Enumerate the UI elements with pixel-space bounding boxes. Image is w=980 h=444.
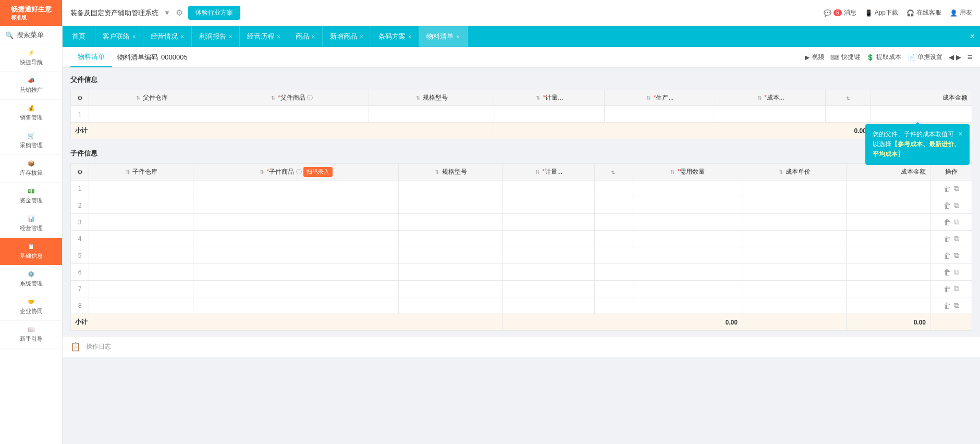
child-row-2-qty[interactable] bbox=[632, 197, 742, 214]
child-row-7-spec[interactable] bbox=[398, 281, 503, 297]
child-row-2-product[interactable] bbox=[193, 197, 398, 214]
prev-arrow[interactable]: ◀ bbox=[949, 53, 954, 61]
tab-history-close[interactable]: × bbox=[277, 33, 280, 40]
child-row-4-extra[interactable] bbox=[594, 231, 632, 247]
tab-profit[interactable]: 利润报告 × bbox=[192, 26, 240, 47]
delete-icon-6[interactable]: 🗑 bbox=[944, 268, 951, 277]
tab-bom-close[interactable]: × bbox=[456, 33, 459, 40]
child-row-6-product[interactable] bbox=[193, 264, 398, 281]
child-row-1-unit[interactable] bbox=[503, 181, 594, 197]
tab-operations-close[interactable]: × bbox=[180, 33, 183, 40]
toolbar-doc-settings[interactable]: 📄 单据设置 bbox=[908, 53, 942, 62]
child-row-7-amount[interactable] bbox=[846, 281, 930, 297]
tab-barcode[interactable]: 条码方案 × bbox=[371, 26, 419, 47]
child-row-1-warehouse[interactable] bbox=[89, 181, 193, 197]
child-row-2-extra[interactable] bbox=[594, 197, 632, 214]
child-row-6-warehouse[interactable] bbox=[89, 264, 193, 281]
child-row-8-warehouse[interactable] bbox=[89, 297, 193, 314]
child-row-8-unit-cost[interactable] bbox=[742, 297, 846, 314]
child-row-4-spec[interactable] bbox=[398, 231, 503, 247]
delete-icon-4[interactable]: 🗑 bbox=[944, 235, 951, 243]
child-row-8-spec[interactable] bbox=[398, 297, 503, 314]
sidebar-item-enterprise[interactable]: 🤝 企业协同 bbox=[0, 293, 62, 321]
child-row-7-qty[interactable] bbox=[632, 281, 742, 297]
delete-icon-1[interactable]: 🗑 bbox=[944, 185, 951, 193]
tooltip-close-btn[interactable]: × bbox=[959, 129, 962, 139]
parent-row-1-production[interactable] bbox=[604, 106, 715, 123]
child-info-icon[interactable]: ⓘ bbox=[296, 169, 302, 175]
delete-icon-5[interactable]: 🗑 bbox=[944, 251, 951, 260]
settings-icon[interactable]: ⚙ bbox=[176, 8, 183, 18]
sidebar-item-marketing[interactable]: 📣 营销推广 bbox=[0, 72, 62, 100]
sidebar-item-purchase[interactable]: 🛒 采购管理 bbox=[0, 127, 62, 155]
log-icon[interactable]: 📋 bbox=[70, 342, 81, 352]
close-all-tabs[interactable]: × bbox=[965, 32, 980, 41]
toolbar-extract-cost[interactable]: 💲 提取成本 bbox=[866, 53, 901, 62]
child-row-4-warehouse[interactable] bbox=[89, 231, 193, 247]
sidebar-item-guide[interactable]: 📖 新手引导 bbox=[0, 321, 62, 349]
child-row-3-spec[interactable] bbox=[398, 214, 503, 231]
child-row-5-amount[interactable] bbox=[846, 247, 930, 264]
child-row-5-product[interactable] bbox=[193, 247, 398, 264]
parent-row-1-product[interactable] bbox=[214, 106, 369, 123]
child-row-8-extra[interactable] bbox=[594, 297, 632, 314]
child-row-2-warehouse[interactable] bbox=[89, 197, 193, 214]
copy-icon-1[interactable]: ⧉ bbox=[954, 184, 959, 193]
child-row-1-product[interactable] bbox=[193, 181, 398, 197]
child-row-5-spec[interactable] bbox=[398, 247, 503, 264]
tab-new-goods-close[interactable]: × bbox=[360, 33, 363, 40]
delete-icon-2[interactable]: 🗑 bbox=[944, 201, 951, 210]
copy-icon-7[interactable]: ⧉ bbox=[954, 284, 959, 293]
child-row-5-unit-cost[interactable] bbox=[742, 247, 846, 264]
sidebar-item-inventory[interactable]: 📦 库存核算 bbox=[0, 155, 62, 183]
user-item[interactable]: 👤 用友 bbox=[950, 8, 972, 17]
parent-th-gear[interactable]: ⚙ bbox=[71, 90, 89, 106]
child-row-4-unit-cost[interactable] bbox=[742, 231, 846, 247]
parent-row-1-extra[interactable] bbox=[826, 106, 871, 123]
child-row-3-extra[interactable] bbox=[594, 214, 632, 231]
copy-icon-6[interactable]: ⧉ bbox=[954, 268, 959, 277]
tab-home[interactable]: 首页 bbox=[63, 26, 95, 47]
tab-history[interactable]: 经营历程 × bbox=[240, 26, 288, 47]
copy-icon-3[interactable]: ⧉ bbox=[954, 218, 959, 226]
child-row-5-qty[interactable] bbox=[632, 247, 742, 264]
tab-customer[interactable]: 客户联络 × bbox=[95, 26, 143, 47]
parent-row-1-cost[interactable] bbox=[715, 106, 826, 123]
child-row-4-qty[interactable] bbox=[632, 231, 742, 247]
parent-row-1-unit[interactable] bbox=[494, 106, 604, 123]
child-row-2-unit-cost[interactable] bbox=[742, 197, 846, 214]
child-row-1-unit-cost[interactable] bbox=[742, 181, 846, 197]
delete-icon-3[interactable]: 🗑 bbox=[944, 218, 951, 226]
child-row-6-extra[interactable] bbox=[594, 264, 632, 281]
child-row-1-qty[interactable] bbox=[632, 181, 742, 197]
child-row-3-unit-cost[interactable] bbox=[742, 214, 846, 231]
parent-row-1-amount[interactable] bbox=[871, 106, 972, 123]
menu-icon[interactable]: ≡ bbox=[967, 53, 972, 62]
delete-icon-8[interactable]: 🗑 bbox=[944, 302, 951, 310]
tab-goods[interactable]: 商品 × bbox=[288, 26, 323, 47]
child-row-8-qty[interactable] bbox=[632, 297, 742, 314]
dropdown-icon[interactable]: ▼ bbox=[164, 9, 170, 17]
toolbar-video[interactable]: ▶ 视频 bbox=[805, 53, 824, 62]
parent-row-1-spec[interactable] bbox=[369, 106, 494, 123]
delete-icon-7[interactable]: 🗑 bbox=[944, 285, 951, 293]
child-row-8-product[interactable] bbox=[193, 297, 398, 314]
child-row-2-unit[interactable] bbox=[503, 197, 594, 214]
child-row-3-product[interactable] bbox=[193, 214, 398, 231]
child-row-8-unit[interactable] bbox=[503, 297, 594, 314]
scan-button[interactable]: 扫码录入 bbox=[303, 167, 333, 177]
sidebar-item-system[interactable]: ⚙️ 系统管理 bbox=[0, 266, 62, 293]
child-row-7-extra[interactable] bbox=[594, 281, 632, 297]
child-row-1-spec[interactable] bbox=[398, 181, 503, 197]
copy-icon-2[interactable]: ⧉ bbox=[954, 201, 959, 210]
sidebar-item-finance[interactable]: 💵 资金管理 bbox=[0, 183, 62, 210]
tab-barcode-close[interactable]: × bbox=[408, 33, 411, 40]
sidebar-item-basic-info[interactable]: 📋 基础信息 bbox=[0, 238, 62, 266]
sidebar-item-operations[interactable]: 📊 经营管理 bbox=[0, 210, 62, 238]
app-download-item[interactable]: 📱 App下载 bbox=[865, 8, 898, 17]
trial-button[interactable]: 体验行业方案 bbox=[188, 6, 240, 20]
sidebar-item-search[interactable]: 🔍 搜索菜单 bbox=[0, 26, 62, 44]
toolbar-shortcut[interactable]: ⌨ 快捷键 bbox=[830, 53, 860, 62]
child-row-6-amount[interactable] bbox=[846, 264, 930, 281]
tab-operations[interactable]: 经营情况 × bbox=[143, 26, 191, 47]
